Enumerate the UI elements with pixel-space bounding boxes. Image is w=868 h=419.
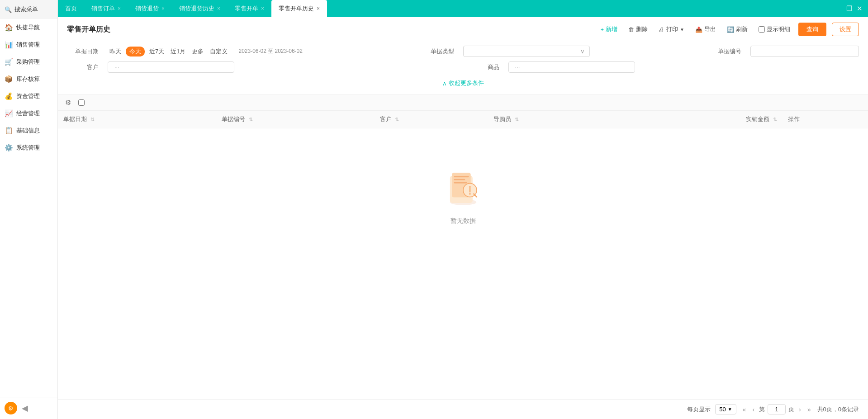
- sidebar-bottom: ⚙ ◀: [0, 397, 57, 419]
- sidebar-search[interactable]: 🔍 搜索采单: [0, 0, 57, 19]
- sidebar-item-label: 快捷导航: [16, 24, 40, 32]
- toolbar: + 新增 🗑 删除 🖨 打印 ▼ 📤 导出 🔄: [598, 23, 859, 36]
- table-toolbar: ⚙: [58, 95, 868, 111]
- sidebar-search-label: 搜索采单: [14, 5, 38, 14]
- customer-filter-select[interactable]: ···: [108, 61, 234, 73]
- sidebar-item-quick-nav[interactable]: 🏠 快捷导航: [0, 19, 57, 36]
- new-button[interactable]: + 新增: [598, 24, 621, 35]
- customer-ellipsis[interactable]: ···: [114, 64, 119, 71]
- export-icon: 📤: [695, 26, 702, 33]
- tab-sales-return-label: 销货退货: [135, 5, 159, 13]
- table-area: ⚙ 单据日期 ⇅ 单据编号 ⇅: [58, 95, 868, 399]
- page-size-value: 50: [719, 406, 726, 413]
- page-size-select[interactable]: 50 ▼: [715, 404, 736, 414]
- search-button[interactable]: 查询: [798, 23, 826, 36]
- sidebar-item-operation[interactable]: 📈 经营管理: [0, 105, 57, 122]
- page-nav: « ‹ 第 页 › »: [741, 404, 813, 414]
- no-filter-input[interactable]: [750, 46, 859, 57]
- date-shortcut-yesterday[interactable]: 昨天: [108, 47, 123, 56]
- goods-ellipsis[interactable]: ···: [515, 64, 520, 71]
- window-restore-icon[interactable]: ❐: [846, 5, 852, 13]
- sidebar-item-label: 基础信息: [16, 127, 40, 135]
- sidebar-item-basic-info[interactable]: 📋 基础信息: [0, 122, 57, 139]
- delete-button[interactable]: 🗑 删除: [626, 24, 650, 35]
- customer-filter-label: 客户: [67, 63, 99, 71]
- date-shortcut-today[interactable]: 今天: [126, 47, 145, 56]
- first-page-button[interactable]: «: [741, 405, 748, 414]
- date-shortcut-more[interactable]: 更多: [190, 47, 205, 56]
- tab-sales-order-close[interactable]: ×: [118, 5, 121, 12]
- tab-sales-order[interactable]: 销售订单 ×: [84, 0, 128, 17]
- display-detail-button[interactable]: 显示明细: [756, 24, 793, 35]
- tabs-bar: 首页 销售订单 × 销货退货 × 销货退货历史 × 零售开单 × 零售开单历史 …: [58, 0, 868, 17]
- settings-icon: ⚙: [8, 405, 14, 412]
- th-customer-sort-icon[interactable]: ⇅: [395, 117, 399, 122]
- tab-sales-return-history[interactable]: 销货退货历史 ×: [172, 0, 228, 17]
- settings-button[interactable]: 设置: [832, 23, 859, 36]
- tab-retail-open-label: 零售开单: [235, 5, 258, 13]
- sidebar-item-inventory[interactable]: 📦 库存核算: [0, 71, 57, 88]
- tab-sales-return-close[interactable]: ×: [161, 5, 165, 12]
- table-header-row: 单据日期 ⇅ 单据编号 ⇅ 客户 ⇅: [58, 111, 868, 128]
- gear-icon: ⚙️: [5, 144, 13, 152]
- display-detail-checkbox[interactable]: [759, 26, 765, 33]
- select-all-checkbox[interactable]: [78, 99, 85, 106]
- print-icon: 🖨: [659, 26, 664, 33]
- th-customer-label: 客户: [380, 116, 392, 122]
- goods-filter-select[interactable]: ···: [508, 61, 635, 73]
- collapse-icon: ◀: [22, 404, 28, 413]
- date-shortcut-last7[interactable]: 近7天: [147, 47, 166, 56]
- tab-retail-open-history[interactable]: 零售开单历史 ×: [271, 0, 327, 17]
- prev-page-button[interactable]: ‹: [750, 405, 756, 414]
- export-button[interactable]: 📤 导出: [693, 24, 719, 35]
- svg-rect-4: [454, 179, 465, 180]
- window-close-icon[interactable]: ✕: [857, 5, 863, 13]
- date-shortcut-custom[interactable]: 自定义: [208, 47, 229, 56]
- page-input[interactable]: [768, 404, 786, 414]
- export-label: 导出: [704, 25, 716, 33]
- th-customer: 客户 ⇅: [375, 111, 489, 128]
- sidebar-item-purchase-mgmt[interactable]: 🛒 采购管理: [0, 53, 57, 71]
- tab-retail-open[interactable]: 零售开单 ×: [228, 0, 271, 17]
- last-page-button[interactable]: »: [806, 405, 813, 414]
- th-no-sort-icon[interactable]: ⇅: [249, 117, 253, 122]
- new-label: 新增: [606, 25, 617, 33]
- tab-home[interactable]: 首页: [58, 0, 84, 17]
- refresh-button[interactable]: 🔄 刷新: [724, 24, 750, 35]
- collapse-more-button[interactable]: ∧ 收起更多条件: [67, 77, 859, 89]
- type-filter-select[interactable]: ∨: [463, 46, 590, 57]
- sidebar-item-system-mgmt[interactable]: ⚙️ 系统管理: [0, 139, 57, 156]
- sidebar-item-label: 系统管理: [16, 144, 40, 152]
- type-select-arrow-icon: ∨: [580, 48, 585, 55]
- goods-filter-label: 商品: [468, 63, 499, 71]
- tab-retail-open-history-close[interactable]: ×: [317, 5, 320, 12]
- date-shortcut-last1m[interactable]: 近1月: [169, 47, 187, 56]
- money-icon: 💰: [5, 92, 13, 100]
- home-icon: 🏠: [5, 24, 13, 32]
- th-salesman-sort-icon[interactable]: ⇅: [515, 117, 519, 122]
- collapse-icon: ∧: [442, 80, 447, 87]
- settings-bottom-icon[interactable]: ⚙: [5, 402, 17, 414]
- tab-sales-return-history-close[interactable]: ×: [217, 5, 220, 12]
- next-page-button[interactable]: ›: [797, 405, 803, 414]
- tab-retail-open-close[interactable]: ×: [261, 5, 264, 12]
- print-button[interactable]: 🖨 打印 ▼: [656, 24, 687, 35]
- sidebar-item-finance[interactable]: 💰 资金管理: [0, 88, 57, 105]
- box-icon: 📦: [5, 75, 13, 83]
- th-action: 操作: [783, 111, 868, 128]
- page-label: 第: [759, 405, 765, 414]
- tab-sales-return[interactable]: 销货退货 ×: [128, 0, 172, 17]
- th-date-sort-icon[interactable]: ⇅: [90, 117, 95, 122]
- cart-icon: 🛒: [5, 58, 13, 66]
- sidebar-item-sales-mgmt[interactable]: 📊 销售管理: [0, 36, 57, 53]
- refresh-icon: 🔄: [727, 26, 734, 33]
- no-filter-label: 单据编号: [710, 47, 741, 56]
- tab-home-label: 首页: [65, 5, 77, 13]
- th-date: 单据日期 ⇅: [58, 111, 216, 128]
- per-page-label: 每页显示: [687, 405, 711, 414]
- sidebar-collapse-button[interactable]: ◀: [22, 403, 28, 413]
- tabs-bar-right: ❐ ✕: [846, 5, 868, 13]
- th-amount-sort-icon[interactable]: ⇅: [773, 117, 777, 122]
- table-header: 单据日期 ⇅ 单据编号 ⇅ 客户 ⇅: [58, 111, 868, 128]
- table-settings-icon[interactable]: ⚙: [65, 99, 71, 107]
